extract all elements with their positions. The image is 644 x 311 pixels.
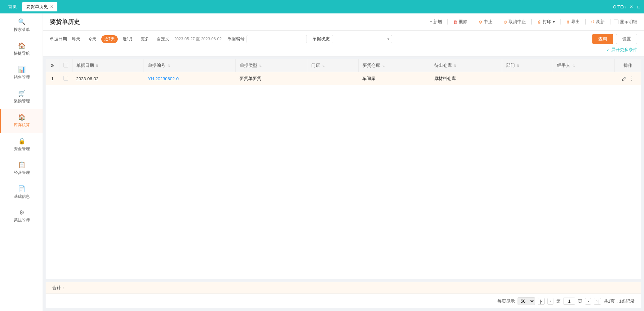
delete-button[interactable]: 🗑 删除 [451, 17, 470, 26]
date-btn-more[interactable]: 更多 [138, 35, 152, 43]
divider-6 [585, 19, 586, 25]
window-maximize-icon[interactable]: □ [637, 4, 640, 9]
divider-2 [473, 19, 473, 25]
table-footer: 合计： [46, 282, 641, 294]
row-pending-warehouse: 原材料仓库 [430, 72, 502, 85]
pagination-bar: 每页显示 20 50 100 |‹ ‹ 第 页 › ›| 共1页，1条记录 [46, 294, 641, 308]
col-doc-type-label: 单据类型 [240, 63, 257, 68]
sidebar-item-finance-mgmt[interactable]: 🔒 资金管理 [0, 133, 43, 157]
prev-page-button[interactable]: ‹ [547, 298, 553, 305]
tab-requisition-history[interactable]: 要货单历史 ✕ [22, 2, 57, 11]
col-settings[interactable]: ⚙ [46, 59, 59, 72]
sidebar-item-base-info[interactable]: 📄 基础信息 [0, 180, 43, 204]
date-btn-yesterday[interactable]: 昨天 [69, 35, 83, 43]
page-title: 要货单历史 [50, 18, 80, 26]
col-department-label: 部门 [506, 63, 515, 68]
doc-no-filter: 单据编号 [227, 35, 307, 43]
row-ops-cell: 🖊 ⋮ [614, 72, 641, 85]
page-number-input[interactable] [563, 298, 575, 305]
doc-status-select-wrapper [332, 35, 392, 43]
display-detail-toggle[interactable]: 显示明细 [614, 19, 637, 25]
expand-more-btn[interactable]: ✓ 展开更多条件 [606, 47, 637, 53]
close-tab-icon[interactable]: ✕ [50, 4, 53, 9]
window-close-icon[interactable]: ✕ [630, 4, 633, 9]
display-detail-checkbox[interactable] [614, 19, 619, 24]
sort-doc-date-icon[interactable]: ⇅ [96, 64, 98, 68]
row-more-icon[interactable]: ⋮ [629, 76, 634, 82]
sidebar-item-inventory-calc[interactable]: 🏠 库存核算 [0, 109, 43, 133]
total-label: 合计： [52, 285, 65, 290]
col-req-warehouse: 要货仓库 ⇅ [358, 59, 430, 72]
col-doc-date-label: 单据日期 [76, 63, 94, 68]
doc-no-input[interactable] [247, 35, 307, 43]
sidebar-item-quick-nav[interactable]: 🏠 快捷导航 [0, 37, 43, 61]
stop-button[interactable]: ⊘ 中止 [477, 17, 494, 26]
finance-mgmt-icon: 🔒 [18, 137, 25, 145]
sort-doc-type-icon[interactable]: ⇅ [259, 64, 262, 68]
sales-mgmt-icon: 📊 [18, 66, 25, 73]
often-label[interactable]: OfTEn [613, 4, 626, 9]
divider-5 [560, 19, 561, 25]
setting-button[interactable]: 设置 [616, 34, 637, 44]
tab-home-label: 首页 [8, 4, 17, 10]
filter-row-1: 单据日期 昨天 今天 近7天 近1月 更多 自定义 2023-05-27 至 2… [50, 34, 637, 44]
sidebar-item-quick-nav-label: 快捷导航 [14, 51, 30, 56]
sidebar-item-ops-mgmt[interactable]: 📋 经营管理 [0, 157, 43, 180]
sidebar-item-search-menu[interactable]: 🔍 搜索菜单 [0, 13, 43, 37]
cancel-stop-button[interactable]: ⊘ 取消中止 [501, 17, 528, 26]
sidebar: 🔍 搜索菜单 🏠 快捷导航 📊 销售管理 🛒 采购管理 🏠 库存核算 🔒 资金管… [0, 13, 43, 311]
first-page-button[interactable]: |‹ [538, 298, 545, 305]
date-btn-1month[interactable]: 近1月 [120, 35, 136, 43]
doc-status-filter: 单据状态 [312, 35, 392, 43]
tab-requisition-history-label: 要货单历史 [26, 4, 48, 10]
sort-store-icon[interactable]: ⇅ [322, 64, 325, 68]
sidebar-item-purchase-mgmt[interactable]: 🛒 采购管理 [0, 85, 43, 109]
page-header: 要货单历史 + + 新增 🗑 删除 ⊘ 中止 [43, 13, 644, 31]
sidebar-item-inventory-calc-label: 库存核算 [14, 122, 30, 128]
sort-pending-warehouse-icon[interactable]: ⇅ [453, 64, 456, 68]
row-checkbox-cell[interactable] [59, 72, 72, 85]
last-page-button[interactable]: ›| [594, 298, 601, 305]
sort-doc-no-icon[interactable]: ⇅ [167, 64, 170, 68]
date-btn-7days[interactable]: 近7天 [101, 35, 118, 43]
col-checkbox[interactable] [59, 59, 72, 72]
col-department: 部门 ⇅ [502, 59, 553, 72]
select-all-checkbox[interactable] [63, 63, 68, 68]
print-button[interactable]: 🖨 打印 ▾ [535, 17, 557, 26]
date-btn-today[interactable]: 今天 [85, 35, 99, 43]
sort-handler-icon[interactable]: ⇅ [572, 64, 575, 68]
doc-status-select[interactable] [332, 35, 392, 43]
col-doc-no-label: 单据编号 [148, 63, 165, 68]
table-row[interactable]: 1 2023-06-02 YH-20230602-0 要货单要货 车间库 原材料… [46, 72, 641, 85]
row-edit-icon[interactable]: 🖊 [622, 76, 627, 82]
filter-bar: 单据日期 昨天 今天 近7天 近1月 更多 自定义 2023-05-27 至 2… [43, 31, 644, 56]
sidebar-item-sys-mgmt[interactable]: ⚙ 系统管理 [0, 204, 43, 228]
table-header-row: ⚙ 单据日期 ⇅ 单据编号 ⇅ 单据类型 [46, 59, 641, 72]
row-handler [553, 72, 614, 85]
inventory-calc-icon: 🏠 [18, 114, 25, 121]
page-size-label: 每页显示 [497, 298, 515, 304]
query-button[interactable]: 查询 [592, 34, 613, 44]
tab-home[interactable]: 首页 [4, 2, 21, 11]
sort-department-icon[interactable]: ⇅ [517, 64, 519, 68]
expand-chevron-icon: ✓ [606, 47, 610, 52]
add-button[interactable]: + + 新增 [424, 17, 444, 26]
row-doc-no[interactable]: YH-20230602-0 [144, 72, 235, 85]
divider-1 [447, 19, 448, 25]
date-filter: 单据日期 昨天 今天 近7天 近1月 更多 自定义 2023-05-27 至 2… [50, 35, 222, 43]
data-table: ⚙ 单据日期 ⇅ 单据编号 ⇅ 单据类型 [46, 59, 641, 85]
row-checkbox[interactable] [63, 76, 68, 81]
cancel-stop-label: 取消中止 [508, 19, 526, 25]
date-btn-custom[interactable]: 自定义 [154, 35, 172, 43]
sidebar-item-sales-mgmt[interactable]: 📊 销售管理 [0, 61, 43, 85]
doc-no-link[interactable]: YH-20230602-0 [148, 76, 179, 81]
page-suffix: 页 [578, 298, 582, 304]
stop-label: 中止 [484, 19, 492, 25]
export-button[interactable]: ⬆ 导出 [564, 17, 582, 26]
sys-mgmt-icon: ⚙ [19, 209, 24, 216]
sort-req-warehouse-icon[interactable]: ⇅ [382, 64, 385, 68]
next-page-button[interactable]: › [585, 298, 591, 305]
page-size-select[interactable]: 20 50 100 [518, 297, 535, 305]
refresh-button[interactable]: ↺ 刷新 [589, 17, 607, 26]
col-store: 门店 ⇅ [307, 59, 359, 72]
